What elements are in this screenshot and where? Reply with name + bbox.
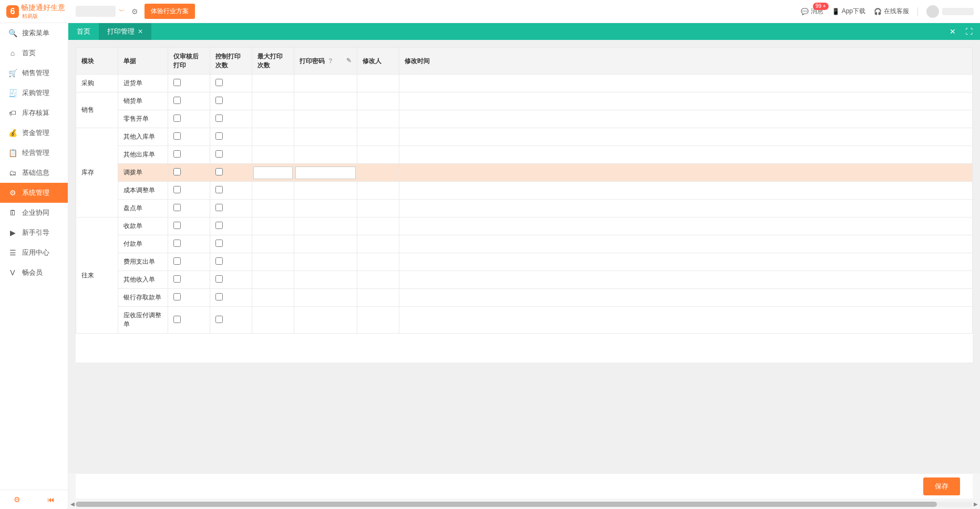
- control-count-checkbox[interactable]: [215, 257, 223, 265]
- table-row[interactable]: 销售销货单: [76, 92, 973, 110]
- sidebar-item-icon: 🔍: [8, 29, 17, 37]
- scroll-left-arrow[interactable]: ◀: [70, 501, 75, 507]
- settings-icon[interactable]: ⚙: [131, 7, 138, 16]
- modify-time-cell: [399, 75, 973, 92]
- sidebar-item-9[interactable]: 🗓企业协同: [0, 203, 68, 223]
- modify-time-cell: [399, 217, 973, 235]
- horizontal-scrollbar[interactable]: ◀ ▶: [76, 502, 973, 507]
- industry-plan-button[interactable]: 体验行业方案: [145, 4, 195, 19]
- sidebar-item-5[interactable]: 💰资金管理: [0, 123, 68, 143]
- audit-only-checkbox[interactable]: [173, 150, 181, 158]
- online-service-link[interactable]: 🎧 在线客服: [874, 7, 909, 16]
- table-row[interactable]: 库存其他入库单: [76, 128, 973, 146]
- table-row[interactable]: 付款单: [76, 235, 973, 253]
- sidebar-item-11[interactable]: ☰应用中心: [0, 243, 68, 263]
- table-row[interactable]: 零售开单: [76, 110, 973, 128]
- edit-icon[interactable]: ✎: [346, 57, 352, 64]
- audit-only-checkbox[interactable]: [173, 186, 181, 193]
- close-all-tabs-icon[interactable]: ✕: [947, 25, 958, 38]
- table-row[interactable]: 其他出库单: [76, 146, 973, 164]
- control-count-checkbox[interactable]: [215, 150, 223, 158]
- sidebar-item-label: 基础信息: [22, 168, 49, 178]
- app-download-label: App下载: [842, 7, 865, 16]
- scroll-thumb[interactable]: [76, 502, 937, 507]
- control-count-checkbox[interactable]: [215, 204, 223, 211]
- audit-only-checkbox[interactable]: [173, 240, 181, 247]
- scroll-right-arrow[interactable]: ▶: [974, 501, 978, 507]
- table-row[interactable]: 采购进货单: [76, 75, 973, 92]
- fullscreen-icon[interactable]: ⛶: [963, 25, 975, 38]
- modifier-cell: [357, 128, 399, 146]
- brand-name: 畅捷通好生意: [21, 3, 65, 13]
- sidebar-item-0[interactable]: 🔍搜索菜单: [0, 23, 68, 43]
- messages-link[interactable]: 💬 消息 99 +: [801, 7, 823, 16]
- control-count-checkbox[interactable]: [215, 186, 223, 193]
- help-icon[interactable]: ?: [328, 57, 332, 65]
- sidebar-item-label: 系统管理: [22, 188, 49, 198]
- control-count-checkbox[interactable]: [215, 132, 223, 140]
- sidebar-item-1[interactable]: ⌂首页: [0, 43, 68, 63]
- audit-only-checkbox[interactable]: [173, 222, 181, 229]
- table-row[interactable]: 银行存取款单: [76, 289, 973, 307]
- sidebar-settings-button[interactable]: ⚙: [0, 490, 34, 509]
- control-count-checkbox[interactable]: [215, 79, 223, 86]
- table-row[interactable]: 成本调整单: [76, 182, 973, 200]
- sidebar-item-7[interactable]: 🗂基础信息: [0, 163, 68, 183]
- sidebar-item-12[interactable]: V畅会员: [0, 263, 68, 283]
- sidebar-item-3[interactable]: 🧾采购管理: [0, 83, 68, 103]
- audit-only-checkbox[interactable]: [173, 115, 181, 122]
- audit-only-checkbox[interactable]: [173, 204, 181, 211]
- control-count-checkbox[interactable]: [215, 168, 223, 175]
- app-download-link[interactable]: 📱 App下载: [832, 7, 865, 16]
- control-count-checkbox[interactable]: [215, 97, 223, 104]
- doc-cell: 应收应付调整单: [118, 307, 168, 334]
- tenant-name-mask: [76, 6, 116, 17]
- control-count-checkbox[interactable]: [215, 293, 223, 300]
- audit-only-checkbox[interactable]: [173, 79, 181, 86]
- user-menu[interactable]: [926, 5, 974, 18]
- sidebar-item-8[interactable]: ⚙系统管理: [0, 183, 68, 203]
- audit-only-checkbox[interactable]: [173, 97, 181, 104]
- sidebar-item-10[interactable]: ▶新手引导: [0, 223, 68, 243]
- tabs-bar: 首页打印管理✕ ✕ ⛶: [68, 23, 980, 40]
- audit-only-checkbox[interactable]: [173, 275, 181, 283]
- control-count-checkbox[interactable]: [215, 275, 223, 283]
- audit-only-checkbox[interactable]: [173, 257, 181, 265]
- max-print-count-input[interactable]: [253, 167, 293, 179]
- tenant-selector[interactable]: ﹀: [76, 6, 125, 17]
- doc-cell: 进货单: [118, 75, 168, 92]
- table-row[interactable]: 盘点单: [76, 200, 973, 217]
- divider: [917, 7, 918, 16]
- table-row[interactable]: 费用支出单: [76, 253, 973, 271]
- table-row[interactable]: 往来收款单: [76, 217, 973, 235]
- sidebar-item-label: 库存核算: [22, 108, 49, 118]
- control-count-checkbox[interactable]: [215, 115, 223, 122]
- sidebar-item-6[interactable]: 📋经营管理: [0, 143, 68, 163]
- audit-only-checkbox[interactable]: [173, 168, 181, 175]
- control-count-checkbox[interactable]: [215, 240, 223, 247]
- sidebar-item-2[interactable]: 🛒销售管理: [0, 63, 68, 83]
- control-count-checkbox[interactable]: [215, 222, 223, 229]
- print-password-input[interactable]: [295, 167, 356, 179]
- modifier-cell: [357, 200, 399, 217]
- save-button[interactable]: 保存: [923, 477, 960, 495]
- table-row[interactable]: 其他收入单: [76, 271, 973, 289]
- tab-close-icon[interactable]: ✕: [138, 28, 143, 35]
- modifier-cell: [357, 182, 399, 200]
- audit-only-checkbox[interactable]: [173, 132, 181, 140]
- tab-0[interactable]: 首页: [68, 23, 99, 40]
- control-count-checkbox[interactable]: [215, 316, 223, 323]
- sidebar-item-4[interactable]: 🏷库存核算: [0, 103, 68, 123]
- sidebar-collapse-button[interactable]: ⏮: [34, 490, 68, 509]
- table-row[interactable]: 应收应付调整单: [76, 307, 973, 334]
- tab-1[interactable]: 打印管理✕: [99, 23, 151, 40]
- doc-cell: 银行存取款单: [118, 289, 168, 307]
- table-row[interactable]: 调拨单: [76, 164, 973, 182]
- modify-time-cell: [399, 253, 973, 271]
- sidebar: 🔍搜索菜单⌂首页🛒销售管理🧾采购管理🏷库存核算💰资金管理📋经营管理🗂基础信息⚙系…: [0, 23, 68, 509]
- audit-only-checkbox[interactable]: [173, 316, 181, 323]
- audit-only-checkbox[interactable]: [173, 293, 181, 300]
- print-settings-table: 模块单据仅审核后打印控制打印次数最大打印次数打印密码 ?✎修改人修改时间 采购进…: [76, 47, 973, 334]
- table-header: 模块: [76, 48, 118, 75]
- module-cell: 采购: [76, 75, 118, 92]
